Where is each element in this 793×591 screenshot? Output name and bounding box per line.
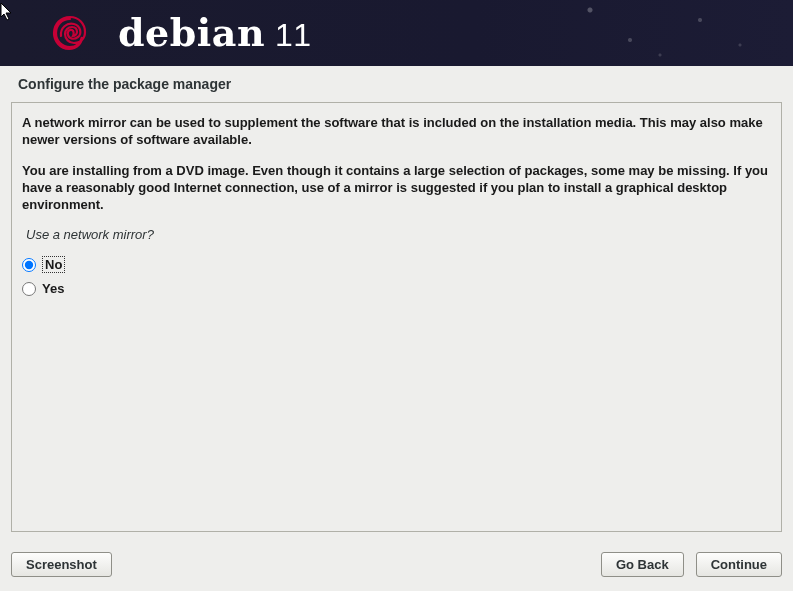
brand-text: debian 11 [118, 14, 312, 52]
content-panel: A network mirror can be used to suppleme… [11, 102, 782, 532]
footer-bar: Screenshot Go Back Continue [0, 540, 793, 591]
brand-version: 11 [275, 19, 312, 51]
option-yes-label: Yes [42, 281, 64, 296]
brand-name: debian [118, 14, 265, 52]
debian-swirl-icon [50, 13, 90, 53]
option-no-row[interactable]: No [22, 252, 771, 277]
question-label: Use a network mirror? [26, 227, 771, 242]
go-back-button[interactable]: Go Back [601, 552, 684, 577]
description-paragraph-1: A network mirror can be used to suppleme… [22, 115, 771, 149]
option-no-label: No [42, 256, 65, 273]
installer-header: debian 11 [0, 0, 793, 66]
continue-button[interactable]: Continue [696, 552, 782, 577]
radio-yes[interactable] [22, 282, 36, 296]
page-title: Configure the package manager [0, 66, 793, 102]
description-paragraph-2: You are installing from a DVD image. Eve… [22, 163, 771, 214]
screenshot-button[interactable]: Screenshot [11, 552, 112, 577]
radio-no[interactable] [22, 258, 36, 272]
option-yes-row[interactable]: Yes [22, 277, 771, 300]
